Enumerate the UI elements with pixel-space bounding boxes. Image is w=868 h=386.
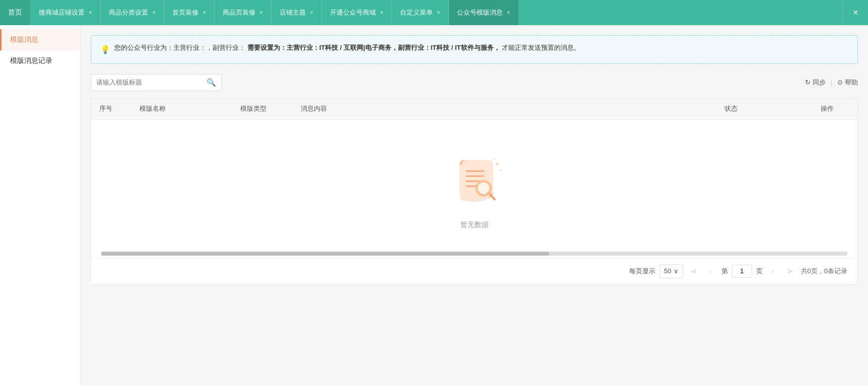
svg-point-7 <box>478 183 489 194</box>
nav-tab-shop-settings-close[interactable]: × <box>89 9 92 16</box>
help-label: 帮助 <box>845 78 858 87</box>
sync-label: 同步 <box>813 78 826 87</box>
page-size-label: 每页显示 <box>629 267 655 276</box>
main-layout: 模版消息 模版消息记录 💡 您的公众号行业为：主营行业：，副营行业： 需要设置为… <box>0 25 868 386</box>
page-number-input[interactable] <box>732 265 752 278</box>
nav-tab-home-label: 首页 <box>8 8 22 17</box>
th-action: 操作 <box>797 104 857 113</box>
help-button[interactable]: ⊙ 帮助 <box>837 78 858 87</box>
nav-tab-custom-menu-close[interactable]: × <box>437 9 440 16</box>
nav-tab-category-label: 商品分类设置 <box>109 8 148 17</box>
search-input-wrap[interactable]: 🔍 <box>91 74 222 91</box>
th-name: 模版名称 <box>131 104 232 113</box>
nav-tab-shop-settings[interactable]: 微商城店铺设置 × <box>31 0 101 25</box>
pagination-first-button[interactable]: ⊲ <box>687 265 700 278</box>
nav-tab-category-settings[interactable]: 商品分类设置 × <box>101 0 164 25</box>
window-close-button[interactable]: × <box>843 0 868 25</box>
search-bar: 🔍 ↻ 同步 | ⊙ 帮助 <box>91 74 858 91</box>
page-label: 第 <box>721 267 728 276</box>
sidebar-item-template-message-log[interactable]: 模版消息记录 <box>0 50 80 71</box>
th-seq: 序号 <box>91 104 131 113</box>
pagination-last-button[interactable]: ⊳ <box>784 265 797 278</box>
page-size-value: 50 <box>664 267 671 275</box>
nav-tab-shop-theme[interactable]: 店铺主题 × <box>272 0 322 25</box>
nav-tab-shop-theme-close[interactable]: × <box>310 9 313 16</box>
total-info: 共0页，0条记录 <box>801 267 847 276</box>
nav-tab-product-decor-close[interactable]: × <box>259 9 263 16</box>
notice-prefix: 您的公众号行业为：主营行业：，副营行业： <box>114 44 245 51</box>
help-icon: ⊙ <box>837 79 843 86</box>
pagination-prev-button[interactable]: ‹ <box>704 265 717 278</box>
nav-tab-product-decor-label: 商品页装修 <box>223 8 255 17</box>
page-size-select[interactable]: 50 ∨ <box>659 264 683 278</box>
horizontal-scrollbar[interactable] <box>91 250 857 258</box>
search-actions: ↻ 同步 | ⊙ 帮助 <box>805 78 858 87</box>
th-type: 模版类型 <box>232 104 293 113</box>
nav-tab-template-msg-label: 公众号模版消息 <box>457 8 503 17</box>
table-header: 序号 模版名称 模版类型 消息内容 状态 操作 <box>91 99 857 120</box>
empty-illustration <box>444 150 505 210</box>
nav-tab-template-msg-close[interactable]: × <box>507 9 510 16</box>
sync-icon: ↻ <box>805 79 811 86</box>
scrollbar-track[interactable] <box>101 252 847 256</box>
page-size-chevron-icon: ∨ <box>674 267 679 275</box>
empty-state: 暂无数据 <box>91 120 857 250</box>
nav-tab-home[interactable]: 首页 <box>0 0 31 25</box>
nav-tab-custom-menu[interactable]: 自定义菜单 × <box>392 0 449 25</box>
nav-tab-category-close[interactable]: × <box>152 9 156 16</box>
search-input[interactable] <box>96 79 207 86</box>
nav-tab-product-decor[interactable]: 商品页装修 × <box>215 0 272 25</box>
nav-tab-home-decor-label: 首页装修 <box>172 8 198 17</box>
nav-tab-open-mall[interactable]: 开通公众号商城 × <box>322 0 392 25</box>
notice-highlight: 需要设置为：主营行业：IT科技 / 互联网|电子商务，副营行业：IT科技 / I… <box>247 44 500 51</box>
nav-tab-home-decor[interactable]: 首页装修 × <box>164 0 215 25</box>
nav-tab-shop-settings-label: 微商城店铺设置 <box>39 8 85 17</box>
pagination-next-button[interactable]: › <box>767 265 780 278</box>
notice-text: 您的公众号行业为：主营行业：，副营行业： 需要设置为：主营行业：IT科技 / 互… <box>114 43 580 53</box>
page-unit: 页 <box>756 267 763 276</box>
main-content: 💡 您的公众号行业为：主营行业：，副营行业： 需要设置为：主营行业：IT科技 /… <box>81 25 868 386</box>
sync-button[interactable]: ↻ 同步 <box>805 78 826 87</box>
th-content: 消息内容 <box>293 104 716 113</box>
pagination: 每页显示 50 ∨ ⊲ ‹ 第 页 › ⊳ 共0页，0条记录 <box>91 258 857 284</box>
actions-divider: | <box>831 79 832 86</box>
nav-tab-open-mall-label: 开通公众号商城 <box>330 8 376 17</box>
empty-text: 暂无数据 <box>460 220 489 229</box>
nav-tab-shop-theme-label: 店铺主题 <box>280 8 306 17</box>
nav-tab-open-mall-close[interactable]: × <box>380 9 383 16</box>
top-nav: 首页 微商城店铺设置 × 商品分类设置 × 首页装修 × 商品页装修 × 店铺主… <box>0 0 868 25</box>
nav-tab-home-decor-close[interactable]: × <box>203 9 206 16</box>
sidebar-item-template-message-label: 模版消息 <box>10 35 38 43</box>
svg-point-9 <box>500 169 502 171</box>
notice-box: 💡 您的公众号行业为：主营行业：，副营行业： 需要设置为：主营行业：IT科技 /… <box>91 35 858 64</box>
scrollbar-thumb[interactable] <box>101 252 549 256</box>
sidebar-item-template-message-log-label: 模版消息记录 <box>10 56 52 64</box>
search-icon[interactable]: 🔍 <box>207 78 216 87</box>
sidebar-item-template-message[interactable]: 模版消息 <box>0 29 80 50</box>
notice-icon: 💡 <box>100 43 110 56</box>
notice-suffix: 才能正常发送预置的消息。 <box>502 44 580 51</box>
nav-tab-custom-menu-label: 自定义菜单 <box>400 8 433 17</box>
nav-tab-template-msg[interactable]: 公众号模版消息 × <box>449 0 519 25</box>
svg-point-8 <box>496 163 499 166</box>
svg-point-10 <box>494 158 496 160</box>
table-wrap: 序号 模版名称 模版类型 消息内容 状态 操作 <box>91 98 858 285</box>
sidebar: 模版消息 模版消息记录 <box>0 25 81 386</box>
th-status: 状态 <box>716 104 797 113</box>
